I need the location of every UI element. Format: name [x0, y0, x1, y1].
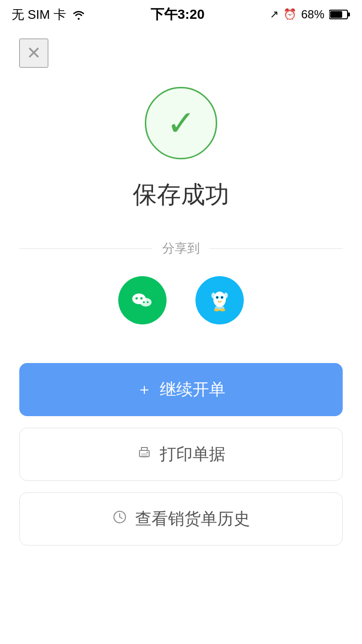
- status-bar: 无 SIM 卡 下午3:20 ↗ ⏰ 68%: [0, 0, 362, 29]
- main-content: ✕ ✓ 保存成功 分享到: [0, 29, 362, 555]
- share-label: 分享到: [162, 240, 200, 257]
- svg-rect-2: [330, 11, 342, 18]
- svg-point-7: [143, 301, 145, 303]
- svg-point-14: [222, 297, 223, 298]
- share-icons-container: [118, 276, 244, 324]
- qq-share-button[interactable]: [195, 276, 244, 324]
- success-title: 保存成功: [133, 179, 229, 211]
- svg-point-5: [136, 297, 138, 300]
- action-buttons: ＋ 继续开单 打印单据 查看销货单历史: [19, 363, 343, 546]
- status-time: 下午3:20: [151, 5, 205, 24]
- battery-text: 68%: [301, 8, 324, 21]
- qq-icon: [206, 287, 233, 314]
- svg-point-8: [147, 301, 149, 303]
- wechat-share-button[interactable]: [118, 276, 167, 324]
- svg-point-9: [213, 292, 226, 307]
- svg-rect-20: [141, 453, 147, 457]
- printer-icon: [137, 445, 152, 464]
- success-circle: ✓: [145, 87, 217, 159]
- alarm-icon: ⏰: [283, 8, 296, 21]
- svg-point-18: [220, 308, 225, 311]
- svg-point-21: [147, 452, 148, 453]
- continue-button[interactable]: ＋ 继续开单: [19, 363, 343, 416]
- svg-point-13: [217, 297, 218, 298]
- svg-point-15: [211, 293, 215, 298]
- divider-line-right: [209, 248, 343, 249]
- wifi-icon: [72, 9, 85, 20]
- no-sim-text: 无 SIM 卡: [12, 6, 66, 23]
- location-icon: ↗: [270, 8, 278, 21]
- share-divider: 分享到: [19, 240, 343, 257]
- history-button[interactable]: 查看销货单历史: [19, 492, 343, 546]
- close-icon: ✕: [27, 44, 41, 62]
- checkmark-icon: ✓: [167, 106, 195, 140]
- wechat-icon: [129, 287, 156, 314]
- print-label: 打印单据: [160, 443, 225, 465]
- divider-line-left: [19, 248, 153, 249]
- print-button[interactable]: 打印单据: [19, 428, 343, 481]
- close-button[interactable]: ✕: [19, 39, 48, 68]
- plus-icon: ＋: [137, 379, 152, 400]
- history-label: 查看销货单历史: [135, 508, 250, 530]
- clock-icon: [112, 509, 127, 529]
- status-left: 无 SIM 卡: [12, 6, 85, 23]
- svg-point-6: [140, 297, 143, 300]
- svg-rect-1: [348, 13, 350, 16]
- status-right: ↗ ⏰ 68%: [270, 8, 350, 21]
- battery-icon: [329, 9, 350, 20]
- svg-point-16: [224, 293, 228, 298]
- svg-point-17: [214, 308, 220, 311]
- continue-label: 继续开单: [160, 378, 225, 401]
